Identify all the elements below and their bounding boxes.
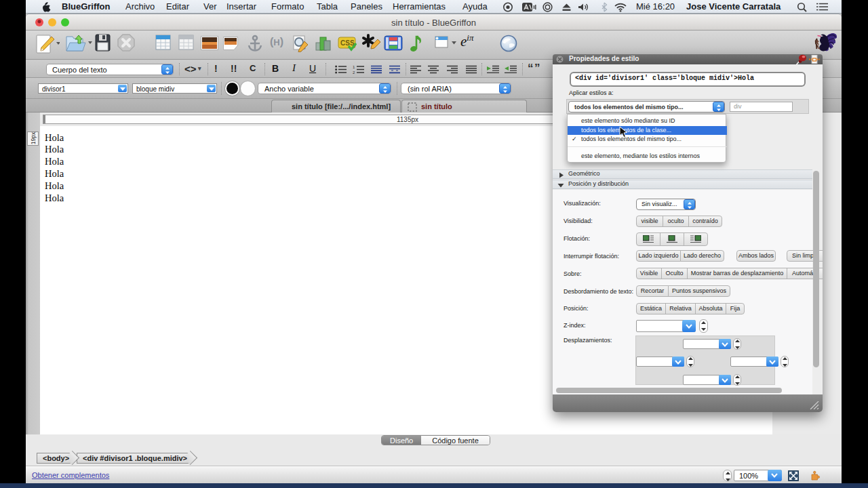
- svg-text:1: 1: [353, 65, 355, 69]
- svg-text:2: 2: [353, 70, 355, 74]
- svg-text:CSS: CSS: [340, 39, 355, 47]
